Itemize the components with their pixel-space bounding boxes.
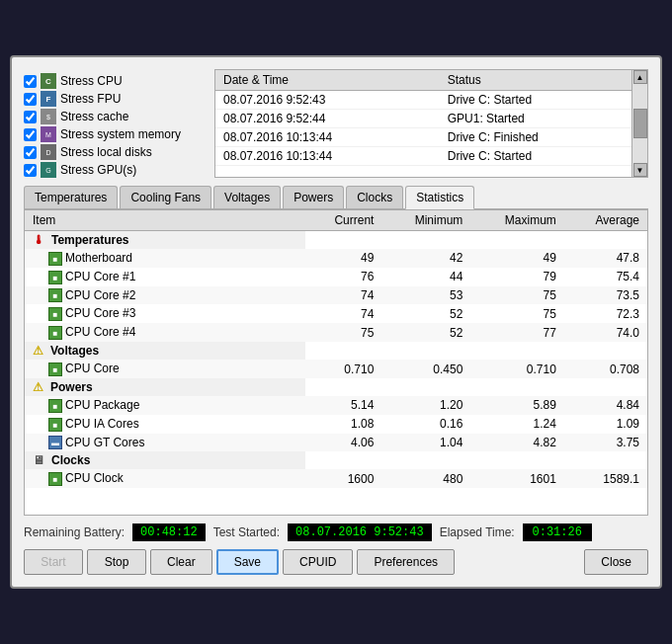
table-row: ■CPU IA Cores 1.08 0.16 1.24 1.09 — [25, 415, 647, 434]
col-item: Item — [25, 210, 305, 231]
data-section: Item Current Minimum Maximum Average 🌡Te… — [24, 209, 648, 516]
log-row: 08.07.2016 10:13:44Drive C: Finished — [215, 128, 631, 147]
log-scrollbar[interactable]: ▲ ▼ — [631, 70, 647, 177]
tab-statistics[interactable]: Statistics — [405, 186, 474, 209]
log-header-status: Status — [440, 70, 631, 91]
table-row: ■CPU Core #2 74 53 75 73.5 — [25, 286, 647, 305]
log-row: 08.07.2016 10:13:44Drive C: Started — [215, 147, 631, 166]
scroll-up-arrow[interactable]: ▲ — [633, 70, 647, 84]
close-button[interactable]: Close — [584, 549, 648, 575]
test-started-value: 08.07.2016 9:52:43 — [288, 523, 432, 541]
test-started-label: Test Started: — [213, 525, 280, 539]
col-current: Current — [305, 210, 382, 231]
table-row: ■CPU Package 5.14 1.20 5.89 4.84 — [25, 396, 647, 415]
remaining-battery-label: Remaining Battery: — [24, 525, 125, 539]
stress-cpu-label: Stress CPU — [60, 74, 123, 88]
checkbox-stress-disks[interactable]: D Stress local disks — [24, 144, 207, 160]
table-row: ■CPU Core #4 75 52 77 74.0 — [25, 323, 647, 342]
top-section: C Stress CPU F Stress FPU $ Stress cache… — [24, 69, 648, 178]
log-header-datetime: Date & Time — [215, 70, 440, 91]
section-header-row: ⚠Voltages — [25, 342, 647, 360]
table-row: ■CPU Clock 1600 480 1601 1589.1 — [25, 469, 647, 488]
table-row: ■CPU Core 0.710 0.450 0.710 0.708 — [25, 360, 647, 378]
stop-button[interactable]: Stop — [87, 549, 146, 575]
elapsed-time-label: Elapsed Time: — [440, 525, 515, 539]
tab-temperatures[interactable]: Temperatures — [24, 186, 118, 208]
section-header-row: 🖥Clocks — [25, 451, 647, 469]
start-button[interactable]: Start — [24, 549, 83, 575]
stress-cache-label: Stress cache — [60, 110, 128, 123]
col-average: Average — [564, 210, 647, 231]
tab-cooling-fans[interactable]: Cooling Fans — [120, 186, 211, 208]
table-row: ■CPU Core #3 74 52 75 72.3 — [25, 304, 647, 323]
button-bar: Start Stop Clear Save CPUID Preferences … — [24, 549, 648, 575]
log-row: 08.07.2016 9:52:44GPU1: Started — [215, 110, 631, 128]
table-row: ▬CPU GT Cores 4.06 1.04 4.82 3.75 — [25, 434, 647, 452]
table-row: ■CPU Core #1 76 44 79 75.4 — [25, 268, 647, 286]
log-row: 08.07.2016 9:52:43Drive C: Started — [215, 91, 631, 110]
col-maximum: Maximum — [470, 210, 564, 231]
log-table: Date & Time Status 08.07.2016 9:52:43Dri… — [215, 70, 631, 166]
stress-fpu-label: Stress FPU — [60, 92, 121, 106]
tab-powers[interactable]: Powers — [283, 186, 344, 208]
remaining-battery-value: 00:48:12 — [132, 523, 206, 541]
checkbox-stress-cache[interactable]: $ Stress cache — [24, 109, 207, 124]
save-button[interactable]: Save — [216, 549, 279, 575]
tab-voltages[interactable]: Voltages — [213, 186, 281, 208]
checkbox-stress-sysmem[interactable]: M Stress system memory — [24, 126, 207, 142]
preferences-button[interactable]: Preferences — [357, 549, 455, 575]
table-row: ■Motherboard 49 42 49 47.8 — [25, 249, 647, 268]
clear-button[interactable]: Clear — [150, 549, 212, 575]
stress-options: C Stress CPU F Stress FPU $ Stress cache… — [24, 69, 207, 178]
checkbox-stress-cpu[interactable]: C Stress CPU — [24, 73, 207, 89]
scroll-thumb[interactable] — [633, 109, 647, 138]
checkbox-stress-gpu[interactable]: G Stress GPU(s) — [24, 162, 207, 178]
stress-disks-label: Stress local disks — [60, 145, 152, 159]
checkbox-stress-fpu[interactable]: F Stress FPU — [24, 91, 207, 107]
tab-bar: Temperatures Cooling Fans Voltages Power… — [24, 186, 648, 209]
statistics-table: Item Current Minimum Maximum Average 🌡Te… — [25, 210, 647, 488]
stress-sysmem-label: Stress system memory — [60, 127, 181, 141]
cpuid-button[interactable]: CPUID — [283, 549, 353, 575]
col-minimum: Minimum — [381, 210, 470, 231]
section-header-row: 🌡Temperatures — [25, 231, 647, 250]
main-window: C Stress CPU F Stress FPU $ Stress cache… — [10, 55, 662, 589]
info-bar: Remaining Battery: 00:48:12 Test Started… — [24, 523, 648, 541]
section-header-row: ⚠Powers — [25, 378, 647, 396]
elapsed-time-value: 0:31:26 — [523, 523, 592, 541]
log-area: Date & Time Status 08.07.2016 9:52:43Dri… — [214, 69, 648, 178]
scroll-down-arrow[interactable]: ▼ — [633, 163, 647, 177]
stress-gpu-label: Stress GPU(s) — [60, 163, 136, 177]
tab-clocks[interactable]: Clocks — [346, 186, 403, 208]
